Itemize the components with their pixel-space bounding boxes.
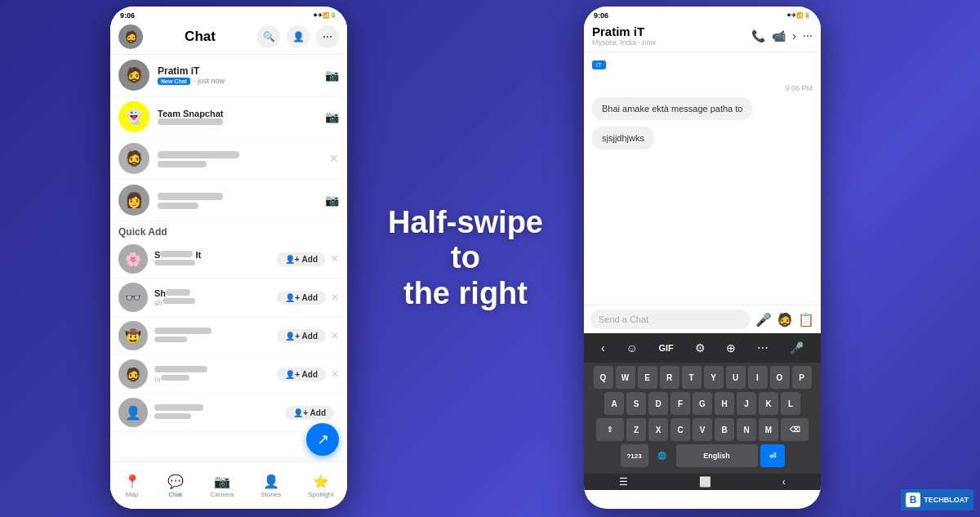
right-status-icons: ⁕✈📶🔋 [786,12,811,19]
chat-item-blurred-2[interactable]: 👩 📷 [110,180,347,221]
key-v[interactable]: V [693,418,712,441]
quick-add-item-0[interactable]: 🌸 S It 👤+ Add ✕ [110,240,347,279]
key-h[interactable]: H [715,392,734,415]
quick-add-item-2[interactable]: 🤠 👤+ Add ✕ [110,317,347,355]
it-badge-container: iT [584,52,821,76]
avatar[interactable]: 🧔 [118,25,143,49]
chat-info-pratim: Pratim iT New Chat · just now [158,65,325,85]
chat-name-b1 [158,149,329,161]
back-icon[interactable]: ‹ [601,341,605,354]
video-icon[interactable]: 📹 [772,29,786,42]
floating-action-button[interactable]: ↗ [306,423,339,456]
dismiss-icon-1[interactable]: ✕ [331,292,339,303]
mic-keyboard-icon[interactable]: 🎤 [790,341,804,354]
chat-sub-pratim: New Chat · just now [158,77,325,85]
key-w[interactable]: W [616,366,635,389]
key-o[interactable]: O [770,366,790,389]
chat-sub-b2 [158,203,325,209]
emoji-icon[interactable]: ☺ [626,341,637,354]
chevron-right-icon[interactable]: › [792,29,796,42]
message-1: Bhai amake ektà message patha to [592,97,752,120]
key-globe[interactable]: 🌐 [651,444,674,467]
key-k[interactable]: K [759,392,778,415]
key-q[interactable]: Q [594,366,613,389]
key-b[interactable]: B [715,418,734,441]
settings-icon[interactable]: ⚙ [695,341,706,354]
key-enter[interactable]: ⏎ [760,444,785,467]
key-a[interactable]: A [604,392,624,415]
half-swipe-text: Half-swipe to the right [351,205,580,312]
add-friend-icon[interactable]: 👤 [287,25,310,48]
key-u[interactable]: U [726,366,746,389]
key-n[interactable]: N [737,418,756,441]
camera-icon-nav: 📷 [214,474,230,489]
send-chat-input[interactable]: Send a Chat [590,310,751,329]
key-r[interactable]: R [660,366,679,389]
nav-lines-icon: ☰ [619,476,628,488]
nav-back-icon: ‹ [782,476,786,488]
add-button-4[interactable]: 👤+ Add [285,406,334,420]
key-m[interactable]: M [759,418,778,441]
key-english[interactable]: English [676,444,758,467]
nav-camera[interactable]: 📷 Camera [211,474,234,498]
chat-item-pratim[interactable]: 🧔 Pratim iT New Chat · just now 📷 [110,55,347,96]
key-f[interactable]: F [670,392,690,415]
header-actions: 📞 📹 › ⋯ [751,29,813,42]
more-keyboard-icon[interactable]: ⋯ [757,341,768,354]
nav-stories[interactable]: 👤 Stories [261,474,281,498]
key-s[interactable]: S [626,392,646,415]
dismiss-icon-0[interactable]: ✕ [331,253,339,265]
key-g[interactable]: G [693,392,712,415]
dismiss-icon-2[interactable]: ✕ [331,330,339,341]
key-z[interactable]: Z [626,418,646,441]
chat-input-bar: Send a Chat 🎤 🧔 📋 [584,305,821,333]
more-icon-right[interactable]: ⋯ [803,30,813,42]
contact-info: Pratim iT Mysore, India · now [592,25,656,47]
key-j[interactable]: J [737,392,756,415]
quick-add-item-3[interactable]: 🧔 In 👤+ Add ✕ [110,355,347,394]
gif-icon[interactable]: GIF [659,343,674,353]
key-num[interactable]: ?123 [621,444,648,467]
add-button-2[interactable]: 👤+ Add [277,329,326,343]
nav-map[interactable]: 📍 Map [124,474,140,498]
nav-spotlight[interactable]: ⭐ Spotlight [308,474,333,498]
left-status-icons: ⁕✈📶🔋 [313,12,337,19]
quick-add-info-0: S It [154,250,277,269]
quick-add-title: Quick Add [110,221,347,240]
mic-icon[interactable]: 🎤 [755,312,772,328]
center-text: Half-swipe to the right [351,205,580,312]
translate-icon[interactable]: ⊕ [726,341,736,354]
search-icon[interactable]: 🔍 [257,25,280,48]
key-i[interactable]: I [748,366,768,389]
left-status-bar: 9:06 ⁕✈📶🔋 [110,7,347,21]
key-t[interactable]: T [682,366,702,389]
key-p[interactable]: P [792,366,812,389]
quick-add-avatar-3: 🧔 [118,359,148,389]
key-y[interactable]: Y [704,366,724,389]
nav-home-icon: ⬜ [699,476,711,488]
chat-name-pratim: Pratim iT [158,65,325,77]
left-header: 🧔 Chat 🔍 👤 ⋯ [110,21,347,55]
chat-item-blurred-1[interactable]: 🧔 ✕ [110,138,347,180]
bitmoji-icon[interactable]: 🧔 [777,312,793,328]
send-chat-placeholder: Send a Chat [599,314,648,324]
key-x[interactable]: X [648,418,668,441]
key-d[interactable]: D [648,392,668,415]
sticker-icon[interactable]: 📋 [798,312,814,328]
chat-item-snapchat[interactable]: 👻 Team Snapchat 📷 [110,96,347,138]
add-button-3[interactable]: 👤+ Add [277,368,326,381]
key-backspace[interactable]: ⌫ [781,418,808,441]
key-e[interactable]: E [638,366,657,389]
nav-bar: ☰ ⬜ ‹ [584,474,821,490]
dismiss-icon-3[interactable]: ✕ [331,368,339,380]
key-c[interactable]: C [670,418,690,441]
more-icon[interactable]: ⋯ [316,25,339,48]
nav-chat[interactable]: 💬 Chat [167,474,184,498]
right-status-bar: 9:06 ⁕✈📶🔋 [584,7,821,21]
add-button-1[interactable]: 👤+ Add [277,291,326,305]
key-shift[interactable]: ⇧ [596,418,624,441]
phone-icon[interactable]: 📞 [751,29,765,42]
key-l[interactable]: L [781,392,800,415]
quick-add-item-1[interactable]: 👓 Sh sh 👤+ Add ✕ [110,279,347,317]
add-button-0[interactable]: 👤+ Add [277,252,326,266]
